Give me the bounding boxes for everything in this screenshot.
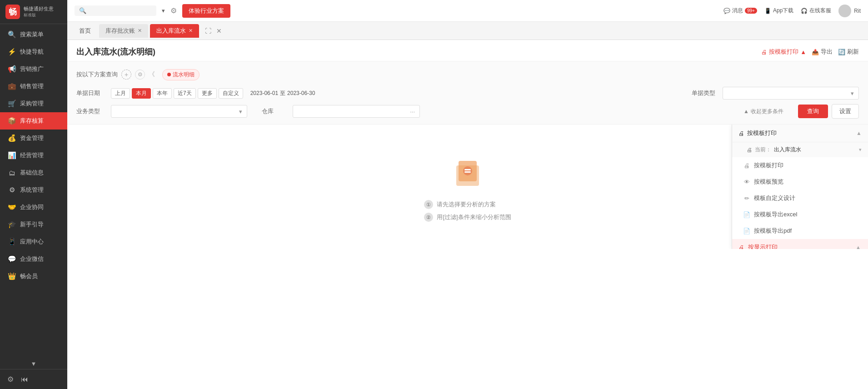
sidebar-item-finance[interactable]: 💰资金管理 <box>0 130 67 147</box>
online-service-button[interactable]: 🎧 在线客服 <box>801 7 831 15</box>
sidebar-item-system[interactable]: ⚙系统管理 <box>0 181 67 199</box>
filter-date-label: 单据日期 <box>76 89 104 97</box>
filter-warehouse-select[interactable]: ··· <box>293 105 420 118</box>
sidebar-item-search[interactable]: 🔍搜索菜单 <box>0 26 67 43</box>
message-badge: 99+ <box>745 8 757 14</box>
filter-row-date: 单据日期 上月 本月 本年 近7天 更多 自定义 2023-06-01 至 20… <box>76 87 859 100</box>
sidebar-scroll-down[interactable]: ▼ <box>0 359 67 369</box>
template-print-label: 按模板打印 <box>754 161 783 170</box>
sidebar-item-coop[interactable]: 🤝企业协同 <box>0 199 67 216</box>
crown-icon: 👑 <box>7 272 16 280</box>
query-button[interactable]: 查询 <box>798 105 828 118</box>
topbar-gear-icon[interactable]: ⚙ <box>170 6 177 15</box>
app-download-label: App下载 <box>773 7 793 15</box>
display-section-header[interactable]: 🖨 按显示打印 ▲ <box>732 239 868 249</box>
sidebar-item-vip[interactable]: 👑畅会员 <box>0 268 67 285</box>
dropdown-template-print[interactable]: 🖨 按模板打印 <box>732 157 868 174</box>
dropdown-template-custom[interactable]: ✏ 模板自定义设计 <box>732 190 868 206</box>
app-download-button[interactable]: 📱 App下载 <box>764 7 793 15</box>
sidebar-item-marketing[interactable]: 📢营销推广 <box>0 60 67 78</box>
topbar: 🔍 ▾ ⚙ 体验行业方案 💬 消息 99+ 📱 App下载 🎧 在线客服 <box>67 0 868 22</box>
logo-name: 畅捷通好生意 <box>24 5 54 12</box>
search-icon: 🔍 <box>7 30 16 39</box>
mobile-icon: 📱 <box>7 238 16 246</box>
sidebar-item-guide[interactable]: 🎓新手引导 <box>0 216 67 233</box>
sidebar-item-label: 销售管理 <box>20 82 44 90</box>
topbar-search-box[interactable]: 🔍 <box>75 5 156 16</box>
user-menu[interactable]: Rit <box>838 5 861 17</box>
sidebar-item-shortcut[interactable]: ⚡快捷导航 <box>0 43 67 60</box>
filter-warehouse-placeholder <box>298 107 304 115</box>
filter-biz-chevron: ▾ <box>239 108 242 115</box>
content-with-panel: ① 请先选择要分析的方案 ② 用[过滤]条件来缩小分析范围 🖨 <box>67 125 868 249</box>
print-dropdown-scroll: 🖨 当前： 出入库流水 ▾ 🖨 按模板打印 👁 按模板预览 <box>732 142 868 249</box>
date-btn-7days[interactable]: 近7天 <box>174 88 196 99</box>
empty-svg <box>447 152 488 193</box>
current-template-value: 出入库流水 <box>774 146 801 154</box>
tab-flow-close[interactable]: ✕ <box>189 28 193 34</box>
date-btn-lastmonth[interactable]: 上月 <box>111 88 130 99</box>
sidebar-item-operation[interactable]: 📊经营管理 <box>0 147 67 164</box>
print-current-template[interactable]: 🖨 当前： 出入库流水 ▾ <box>732 142 868 157</box>
printer-icon-2: 🖨 <box>738 130 744 137</box>
window-controls: ⛶ ✕ <box>205 27 223 35</box>
empty-step-1-text: 请先选择要分析的方案 <box>437 200 496 209</box>
date-range: 2023-06-01 至 2023-06-30 <box>250 90 315 97</box>
add-filter-button[interactable]: + <box>121 70 131 80</box>
filter-type-label: 单据类型 <box>692 89 719 97</box>
current-template-chevron: ▾ <box>859 147 862 153</box>
dropdown-template-pdf[interactable]: 📄 按模板导出pdf <box>732 223 868 239</box>
print-template-button[interactable]: 🖨 按模板打印 ▲ <box>761 48 806 56</box>
filter-biz-select[interactable]: ▾ <box>111 105 247 118</box>
export-button[interactable]: 📤 导出 <box>812 48 833 56</box>
print-dropdown-collapse-button[interactable]: ▲ <box>856 130 862 136</box>
message-label: 消息 <box>732 7 743 15</box>
dropdown-template-excel[interactable]: 📄 按模板导出excel <box>732 206 868 223</box>
filter-type-select[interactable]: ▾ <box>723 87 859 100</box>
tab-batch-close[interactable]: ✕ <box>138 28 142 34</box>
sidebar-item-sales[interactable]: 💼销售管理 <box>0 78 67 95</box>
window-close-button[interactable]: ✕ <box>215 27 223 35</box>
logo-badge: 标准版 <box>24 12 54 18</box>
tab-batch[interactable]: 库存批次账 ✕ <box>99 24 148 38</box>
sidebar-item-apps[interactable]: 📱应用中心 <box>0 233 67 250</box>
print-dropdown-panel: 🖨 按模板打印 ▲ 🖨 当前： 出入库流水 ▾ 🖨 <box>732 125 868 249</box>
filter-settings-button[interactable]: ⚙ <box>135 70 145 80</box>
display-section-icon: 🖨 <box>738 244 744 249</box>
service-label: 在线客服 <box>809 7 831 15</box>
refresh-button[interactable]: 🔄 刷新 <box>838 48 859 56</box>
sidebar-item-base[interactable]: 🗂基础信息 <box>0 164 67 181</box>
svg-point-2 <box>463 166 472 175</box>
window-restore-button[interactable]: ⛶ <box>205 27 212 35</box>
trial-button[interactable]: 体验行业方案 <box>182 4 230 18</box>
dropdown-template-preview[interactable]: 👁 按模板预览 <box>732 174 868 190</box>
setup-button[interactable]: 设置 <box>832 104 859 119</box>
sidebar-item-label: 资金管理 <box>20 134 44 142</box>
sidebar-item-wechat[interactable]: 💬企业微信 <box>0 250 67 268</box>
sidebar-item-inventory[interactable]: 📦库存核算 <box>0 112 67 130</box>
topbar-search-input[interactable] <box>89 8 144 14</box>
settings-icon[interactable]: ⚙ <box>7 375 14 384</box>
sidebar-item-label: 快捷导航 <box>20 48 44 56</box>
message-icon: 💬 <box>723 8 730 14</box>
topbar-nav-dropdown[interactable]: ▾ <box>162 7 165 14</box>
empty-step-2-text: 用[过滤]条件来缩小分析范围 <box>437 213 511 221</box>
filter-tag-flow[interactable]: 流水明细 <box>162 69 200 80</box>
box-icon: 📦 <box>7 117 16 125</box>
message-button[interactable]: 💬 消息 99+ <box>723 7 757 15</box>
sidebar-item-label: 畅会员 <box>20 272 38 280</box>
tab-flow[interactable]: 出入库流水 ✕ <box>150 24 199 38</box>
collapse-more-button[interactable]: ▲ 收起更多条件 <box>743 108 783 115</box>
date-btn-thisyear[interactable]: 本年 <box>153 88 172 99</box>
date-btn-more[interactable]: 更多 <box>198 88 217 99</box>
date-btn-thismonth[interactable]: 本月 <box>132 88 151 99</box>
filter-warehouse-ellipsis: ··· <box>410 108 415 115</box>
sidebar-item-purchase[interactable]: 🛒采购管理 <box>0 95 67 112</box>
date-btn-custom[interactable]: 自定义 <box>219 88 243 99</box>
collapse-filter-icon[interactable]: 《 <box>149 70 155 79</box>
page-header: 出入库流水(流水明细) 🖨 按模板打印 ▲ 📤 导出 🔄 刷新 <box>67 40 868 61</box>
tab-home[interactable]: 首页 <box>73 24 97 38</box>
money-icon: 💰 <box>7 134 16 142</box>
collapse-sidebar-icon[interactable]: ⏮ <box>21 375 28 384</box>
template-excel-label: 按模板导出excel <box>754 210 797 219</box>
